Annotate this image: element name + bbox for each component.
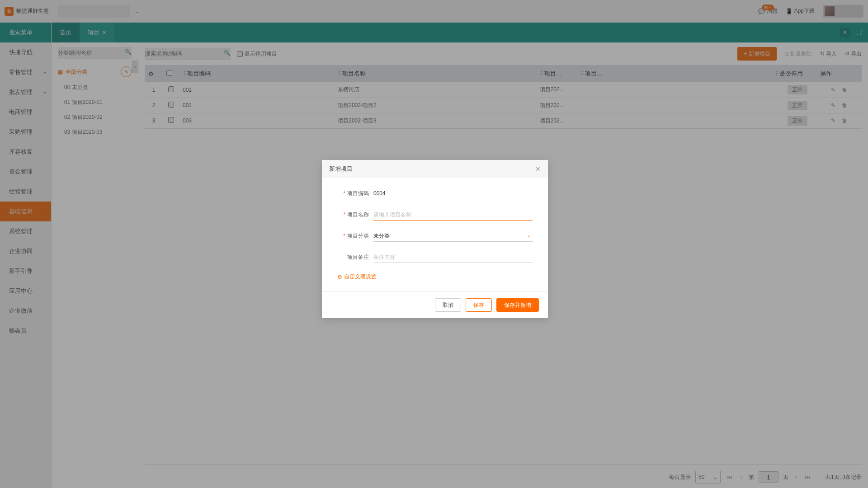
modal-overlay[interactable] xyxy=(0,0,868,42)
